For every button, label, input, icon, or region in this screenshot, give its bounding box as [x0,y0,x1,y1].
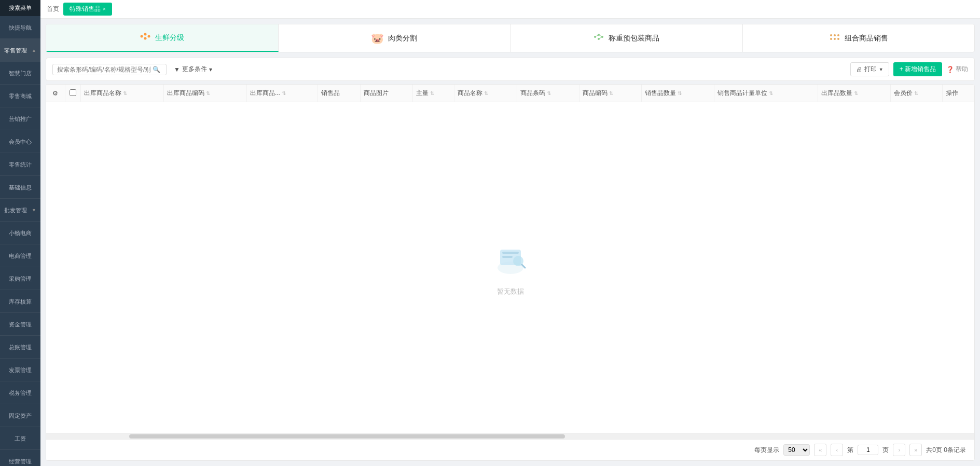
sidebar-item-retail-stats[interactable]: 零售统计 [0,153,40,176]
col-out-product-name: 出库商品名称⇅ [80,85,163,102]
sidebar-item-quick-nav[interactable]: 快捷导航 [0,16,40,39]
col-gear: ⚙ [46,85,65,102]
sidebar-item-capital-mgmt[interactable]: 资金管理 [0,313,40,336]
filter-button[interactable]: ▼ 更多条件 ▾ [171,63,215,75]
add-product-button[interactable]: + 新增销售品 [893,62,942,76]
search-box[interactable]: 🔍 [52,64,167,75]
help-label: 帮助 [956,65,968,74]
sort-icon[interactable]: ⇅ [609,90,613,96]
sidebar-logo[interactable]: 搜索菜单 [0,0,40,16]
print-icon: 🖨 [856,66,862,73]
empty-icon-svg [490,239,531,281]
svg-line-9 [599,35,602,37]
toolbar: 🔍 ▼ 更多条件 ▾ 🖨 打印 ▼ + 新增销售品 ❓ [46,58,975,81]
print-button[interactable]: 🖨 打印 ▼ [850,62,889,76]
chevron-icon: ▲ [32,48,36,53]
sort-icon[interactable]: ⇅ [547,90,551,96]
sidebar-item-marketing[interactable]: 营销推广 [0,107,40,130]
cat-tab-meat-cutting[interactable]: 🐷 肉类分割 [279,24,511,52]
sidebar-item-basic-info[interactable]: 基础信息 [0,176,40,199]
first-page-button[interactable]: « [814,444,826,456]
col-actions: 操作 [943,85,974,102]
help-button[interactable]: ❓ 帮助 [946,65,968,74]
sidebar-item-purchase-mgmt[interactable]: 采购管理 [0,267,40,290]
svg-point-11 [830,34,832,36]
col-product-code: 商品编码⇅ [579,85,641,102]
toolbar-left: 🔍 ▼ 更多条件 ▾ [52,63,215,75]
horizontal-scrollbar[interactable] [46,433,974,439]
sort-icon[interactable]: ⇅ [678,90,682,96]
per-page-label: 每页显示 [754,446,779,455]
category-tabs: 生鲜分级 🐷 肉类分割 [46,24,975,52]
sort-icon[interactable]: ⇅ [914,90,918,96]
svg-point-16 [837,38,839,40]
page-input[interactable] [858,445,878,455]
print-arrow-icon: ▼ [879,67,884,72]
sort-icon[interactable]: ⇅ [123,90,127,96]
cat-tab-meat-cutting-label: 肉类分割 [388,34,417,43]
cat-tab-weigh-prepack[interactable]: 称重预包装商品 [510,24,743,52]
first-page-icon: « [819,447,822,453]
sidebar-item-fixed-assets[interactable]: 固定资产 [0,404,40,427]
fresh-grade-icon [140,32,151,44]
col-main-weight: 主量⇅ [413,85,454,102]
sort-icon[interactable]: ⇅ [206,90,210,96]
sidebar-item-mini-ecommerce[interactable]: 小畅电商 [0,222,40,244]
sort-icon[interactable]: ⇅ [430,90,434,96]
col-sale-product: 销售品 [318,85,360,102]
sidebar-item-smart-store[interactable]: 智慧门店 [0,62,40,85]
sort-icon[interactable]: ⇅ [282,90,286,96]
sidebar-item-inventory[interactable]: 库存核算 [0,290,40,313]
prev-page-button[interactable]: ‹ [831,444,843,456]
next-page-button[interactable]: › [893,444,905,456]
svg-rect-19 [502,252,519,254]
toolbar-right: 🖨 打印 ▼ + 新增销售品 ❓ 帮助 [850,62,968,76]
svg-point-0 [141,35,143,38]
sidebar-item-operations-mgmt[interactable]: 经营管理 [0,450,40,466]
close-tab-icon[interactable]: × [103,6,106,12]
col-out-qty: 出库品数量⇅ [818,85,891,102]
home-link[interactable]: 首页 [47,5,59,13]
sort-icon[interactable]: ⇅ [854,90,858,96]
col-out-product-spec: 出库商品...⇅ [246,85,318,102]
sidebar-item-retail-mall[interactable]: 零售商城 [0,85,40,107]
svg-point-13 [837,34,839,36]
sidebar-item-retail-mgmt[interactable]: 零售管理 ▲ [0,39,40,62]
sidebar-item-general-mgmt[interactable]: 总账管理 [0,336,40,359]
sort-icon[interactable]: ⇅ [769,90,773,96]
sidebar-item-salary[interactable]: 工资 [0,427,40,450]
filter-label: 更多条件 [182,65,207,74]
tab-label: 特殊销售品 [70,5,101,13]
cat-tab-fresh-grade[interactable]: 生鲜分级 [46,24,279,52]
page-suffix: 页 [882,446,889,455]
cat-tab-combo-sales[interactable]: 组合商品销售 [743,24,975,52]
per-page-select[interactable]: 20 50 100 [783,444,810,456]
search-icon: 🔍 [153,66,160,73]
gear-icon[interactable]: ⚙ [52,90,58,97]
sidebar-item-wholesale-mgmt[interactable]: 批发管理 ▼ [0,199,40,222]
search-input[interactable] [57,66,150,73]
sidebar: 搜索菜单 快捷导航 零售管理 ▲ 智慧门店 零售商城 营销推广 会员中心 零售统… [0,0,40,466]
weigh-prepack-icon [593,32,604,44]
topbar: 首页 特殊销售品 × [40,0,980,19]
sidebar-item-invoice-mgmt[interactable]: 发票管理 [0,359,40,381]
chevron-icon: ▼ [32,208,36,213]
col-product-barcode: 商品条码⇅ [517,85,579,102]
last-page-button[interactable]: » [909,444,922,456]
meat-cutting-icon: 🐷 [371,32,384,45]
col-out-product-code: 出库商品编码⇅ [163,85,246,102]
products-table: ⚙ 出库商品名称⇅ 出库商品编码⇅ [46,85,974,102]
empty-state: 暂无数据 [46,102,974,433]
col-checkbox [65,85,80,102]
sidebar-item-tax-mgmt[interactable]: 税务管理 [0,381,40,404]
main-area: 首页 特殊销售品 × 生鲜分级 [40,0,980,466]
help-icon: ❓ [946,66,954,73]
sidebar-item-member-center[interactable]: 会员中心 [0,130,40,153]
col-product-name: 商品名称⇅ [454,85,517,102]
sort-icon[interactable]: ⇅ [484,90,488,96]
active-tab[interactable]: 特殊销售品 × [63,3,112,16]
filter-arrow-icon: ▾ [209,66,212,73]
scrollbar-thumb[interactable] [129,434,565,438]
sidebar-item-ecommerce-mgmt[interactable]: 电商管理 [0,244,40,267]
select-all-checkbox[interactable] [70,89,76,96]
